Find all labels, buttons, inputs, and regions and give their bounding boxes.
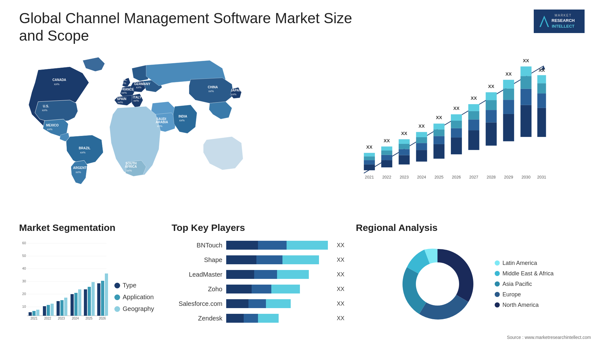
svg-text:2023: 2023 xyxy=(58,317,65,320)
map-value-us: xx% xyxy=(42,109,47,112)
svg-rect-123 xyxy=(244,314,258,323)
svg-text:XX: XX xyxy=(366,145,373,150)
svg-text:2027: 2027 xyxy=(469,175,478,179)
donut-container: Latin America Middle East & Africa Asia … xyxy=(356,239,591,328)
svg-rect-118 xyxy=(271,285,300,293)
player-bar-shape: XX xyxy=(226,254,349,266)
svg-rect-17 xyxy=(399,149,410,155)
players-title: Top Key Players xyxy=(172,222,349,233)
svg-point-125 xyxy=(416,262,459,306)
player-value-zoho: XX xyxy=(337,283,344,295)
players-list: BNTouch XX Shape xyxy=(172,239,349,324)
svg-rect-108 xyxy=(258,241,287,250)
player-name-zendesk: Zendesk xyxy=(172,315,222,322)
svg-text:2031: 2031 xyxy=(537,175,546,179)
map-label-canada: CANADA xyxy=(52,78,66,82)
svg-rect-10 xyxy=(381,160,392,168)
map-label-italy: ITALY xyxy=(133,96,142,99)
svg-rect-124 xyxy=(258,314,279,323)
svg-rect-6 xyxy=(364,157,375,160)
map-label-us: U.S. xyxy=(43,104,49,108)
players-area: Top Key Players BNTouch XX Shape xyxy=(172,222,349,340)
svg-rect-105 xyxy=(105,273,108,316)
legend-dot-type xyxy=(114,283,120,288)
page-container: Global Channel Management Software Marke… xyxy=(0,0,610,364)
svg-rect-111 xyxy=(256,255,282,264)
svg-rect-18 xyxy=(399,144,410,149)
legend-application: Application xyxy=(114,293,154,301)
bar-chart-area: XX 2021 XX 2022 XX 2023 xyxy=(305,51,591,210)
svg-rect-112 xyxy=(282,255,319,264)
player-row-shape: Shape XX xyxy=(172,254,349,266)
seg-bar-chart: 60 50 40 30 20 10 xyxy=(19,239,108,322)
svg-rect-104 xyxy=(101,281,104,316)
svg-rect-122 xyxy=(226,314,244,323)
svg-rect-19 xyxy=(399,139,410,144)
svg-text:2026: 2026 xyxy=(99,317,106,320)
svg-rect-47 xyxy=(486,110,497,123)
map-value-germany: xx% xyxy=(136,86,141,89)
svg-rect-54 xyxy=(503,89,514,100)
svg-rect-37 xyxy=(451,114,462,121)
svg-rect-67 xyxy=(537,75,546,84)
map-value-sa: xx% xyxy=(126,169,132,172)
svg-text:XX: XX xyxy=(436,115,442,120)
dot-latin-america xyxy=(495,260,500,266)
label-middle-east: Middle East & Africa xyxy=(502,270,553,277)
svg-rect-110 xyxy=(226,255,256,264)
svg-rect-101 xyxy=(92,282,95,316)
svg-rect-83 xyxy=(29,312,32,316)
svg-rect-11 xyxy=(381,155,392,160)
svg-rect-49 xyxy=(486,92,497,100)
svg-rect-60 xyxy=(520,76,532,89)
player-name-zoho: Zoho xyxy=(172,286,222,293)
svg-rect-119 xyxy=(226,299,248,308)
regional-legend: Latin America Middle East & Africa Asia … xyxy=(495,260,553,308)
map-label-japan: JAPAN xyxy=(231,89,241,92)
bar-chart-svg: XX 2021 XX 2022 XX 2023 xyxy=(311,57,585,191)
player-value-leadmaster: XX xyxy=(337,269,344,280)
svg-text:20: 20 xyxy=(22,292,26,296)
svg-rect-85 xyxy=(36,310,39,316)
map-label-uk: U.K. xyxy=(121,78,127,82)
dot-middle-east xyxy=(495,271,500,276)
map-label-brazil: BRAZIL xyxy=(79,146,91,150)
svg-text:XX: XX xyxy=(488,84,494,89)
map-value-brazil: xx% xyxy=(80,151,85,154)
svg-rect-58 xyxy=(520,105,532,137)
legend-label-type: Type xyxy=(123,282,136,289)
logo-line3: INTELLECT xyxy=(552,24,575,29)
player-row-leadmaster: LeadMaster XX xyxy=(172,269,349,280)
svg-rect-43 xyxy=(468,104,479,111)
world-map: CANADA xx% U.S. xx% MEXICO xx% BRAZIL xx… xyxy=(19,51,267,197)
map-value-argentina: xx% xyxy=(76,171,81,174)
map-area: CANADA xx% U.S. xx% MEXICO xx% BRAZIL xx… xyxy=(19,51,292,210)
svg-rect-55 xyxy=(503,80,514,89)
svg-rect-24 xyxy=(416,137,427,143)
svg-rect-30 xyxy=(433,130,444,136)
dot-europe xyxy=(495,292,500,297)
label-latin-america: Latin America xyxy=(502,260,537,266)
svg-rect-29 xyxy=(433,136,444,145)
svg-rect-97 xyxy=(78,289,81,316)
svg-text:40: 40 xyxy=(22,266,26,270)
svg-rect-66 xyxy=(537,84,546,94)
player-bar-leadmaster: XX xyxy=(226,269,349,280)
legend-asia-pacific: Asia Pacific xyxy=(495,281,553,287)
svg-text:2029: 2029 xyxy=(504,175,513,179)
svg-text:XX: XX xyxy=(384,138,390,143)
svg-rect-116 xyxy=(226,285,252,293)
svg-text:2021: 2021 xyxy=(365,175,374,179)
label-asia-pacific: Asia Pacific xyxy=(502,281,532,287)
svg-rect-92 xyxy=(60,300,64,316)
map-value-canada: xx% xyxy=(54,83,59,86)
svg-rect-91 xyxy=(57,301,60,316)
svg-rect-95 xyxy=(71,294,74,316)
logo-line1: MARKET xyxy=(552,13,575,18)
svg-text:XX: XX xyxy=(523,58,529,63)
player-name-shape: Shape xyxy=(172,256,222,264)
svg-rect-31 xyxy=(433,124,444,129)
legend-geography: Geography xyxy=(114,305,154,313)
svg-rect-46 xyxy=(486,123,497,146)
svg-rect-114 xyxy=(254,270,277,279)
